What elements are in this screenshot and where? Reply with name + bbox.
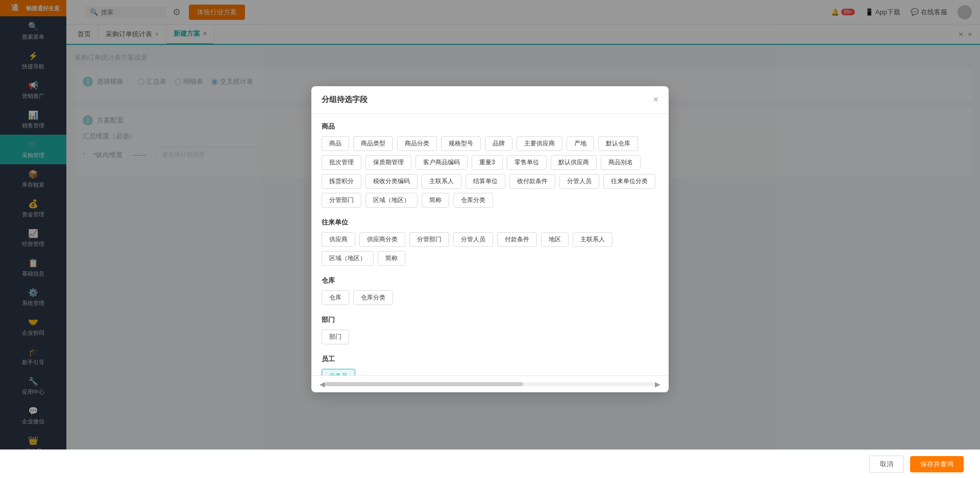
field-section-1: 往来单位供应商供应商分类分管部门分管人员付款条件地区主联系人区域（地区）简称 (322, 218, 658, 266)
field-tag-1-8[interactable]: 简称 (378, 251, 405, 266)
field-tag-0-19[interactable]: 收付款条件 (509, 174, 555, 189)
field-tag-2-1[interactable]: 仓库分类 (353, 290, 393, 305)
field-tag-0-8[interactable]: 批次管理 (322, 155, 361, 170)
field-tag-0-23[interactable]: 区域（地区） (365, 193, 418, 208)
field-tag-1-6[interactable]: 主联系人 (573, 232, 612, 247)
field-section-title-0: 商品 (322, 122, 658, 131)
field-section-4: 员工业务员 (322, 355, 658, 375)
modal: 分组待选字段 × 商品商品商品类型商品分类规格型号品牌主要供应商产地默认仓库批次… (311, 86, 669, 392)
field-tags-3: 部门 (322, 330, 658, 344)
field-tag-0-7[interactable]: 默认仓库 (598, 136, 638, 151)
field-tag-0-9[interactable]: 保质期管理 (365, 155, 411, 170)
modal-scroll-area: ◀ ▶ (311, 375, 669, 392)
field-tag-1-4[interactable]: 付款条件 (497, 232, 537, 247)
field-tag-0-0[interactable]: 商品 (322, 136, 349, 151)
field-section-title-1: 往来单位 (322, 218, 658, 227)
field-tag-0-11[interactable]: 重量3 (472, 155, 503, 170)
field-tag-0-18[interactable]: 结算单位 (465, 174, 505, 189)
field-tag-0-12[interactable]: 零售单位 (507, 155, 547, 170)
field-tag-0-3[interactable]: 规格型号 (441, 136, 481, 151)
field-tag-1-1[interactable]: 供应商分类 (359, 232, 405, 247)
field-section-2: 仓库仓库仓库分类 (322, 276, 658, 305)
field-tag-0-4[interactable]: 品牌 (485, 136, 512, 151)
field-tag-0-25[interactable]: 仓库分类 (453, 193, 493, 208)
field-tags-2: 仓库仓库分类 (322, 290, 658, 305)
field-section-title-4: 员工 (322, 355, 658, 364)
field-section-title-2: 仓库 (322, 276, 658, 285)
scroll-right-arrow[interactable]: ▶ (655, 380, 660, 388)
field-tag-0-22[interactable]: 分管部门 (322, 193, 361, 208)
scrollbar-thumb (325, 382, 523, 386)
field-tag-0-14[interactable]: 商品别名 (601, 155, 641, 170)
field-tag-1-3[interactable]: 分管人员 (453, 232, 493, 247)
field-section-title-3: 部门 (322, 315, 658, 324)
save-button[interactable]: 保存并查询 (910, 456, 964, 472)
field-tag-0-1[interactable]: 商品类型 (353, 136, 393, 151)
horizontal-scrollbar[interactable] (325, 382, 655, 386)
modal-body: 商品商品商品类型商品分类规格型号品牌主要供应商产地默认仓库批次管理保质期管理客户… (311, 114, 669, 375)
modal-close-button[interactable]: × (653, 94, 658, 105)
scroll-left-arrow[interactable]: ◀ (320, 380, 325, 388)
field-tags-1: 供应商供应商分类分管部门分管人员付款条件地区主联系人区域（地区）简称 (322, 232, 658, 266)
field-section-0: 商品商品商品类型商品分类规格型号品牌主要供应商产地默认仓库批次管理保质期管理客户… (322, 122, 658, 208)
field-tag-4-0[interactable]: 业务员 (322, 369, 355, 375)
field-tag-0-13[interactable]: 默认供应商 (551, 155, 597, 170)
field-tag-0-17[interactable]: 主联系人 (422, 174, 461, 189)
field-tag-1-2[interactable]: 分管部门 (409, 232, 449, 247)
field-tag-0-16[interactable]: 税收分类编码 (365, 174, 418, 189)
field-tag-0-20[interactable]: 分管人员 (559, 174, 599, 189)
page-footer: 取消 保存并查询 (0, 449, 980, 478)
modal-overlay: 分组待选字段 × 商品商品商品类型商品分类规格型号品牌主要供应商产地默认仓库批次… (0, 0, 980, 478)
modal-header: 分组待选字段 × (311, 86, 669, 114)
field-tag-1-0[interactable]: 供应商 (322, 232, 355, 247)
field-tags-0: 商品商品类型商品分类规格型号品牌主要供应商产地默认仓库批次管理保质期管理客户商品… (322, 136, 658, 208)
field-tag-0-15[interactable]: 拣货积分 (322, 174, 361, 189)
field-tag-3-0[interactable]: 部门 (322, 330, 349, 344)
field-tag-0-10[interactable]: 客户商品编码 (415, 155, 468, 170)
field-section-3: 部门部门 (322, 315, 658, 344)
field-tag-0-2[interactable]: 商品分类 (397, 136, 437, 151)
field-tag-0-5[interactable]: 主要供应商 (517, 136, 562, 151)
field-tag-0-21[interactable]: 往来单位分类 (603, 174, 655, 189)
cancel-button[interactable]: 取消 (869, 456, 904, 473)
field-tag-1-5[interactable]: 地区 (541, 232, 569, 247)
field-tag-0-6[interactable]: 产地 (567, 136, 594, 151)
field-tag-1-7[interactable]: 区域（地区） (322, 251, 374, 266)
modal-title: 分组待选字段 (322, 95, 368, 105)
field-tag-0-24[interactable]: 简称 (422, 193, 449, 208)
field-tags-4: 业务员 (322, 369, 658, 375)
field-tag-2-0[interactable]: 仓库 (322, 290, 349, 305)
